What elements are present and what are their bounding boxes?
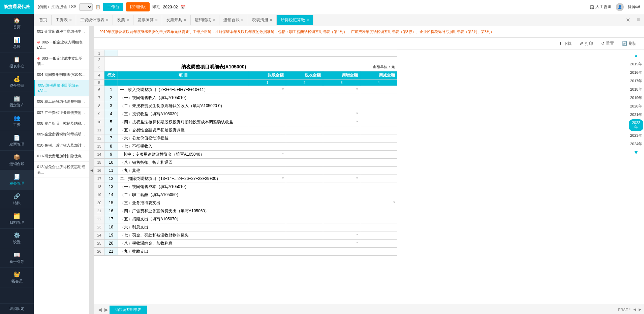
tab-payroll-stats-close[interactable]: ✕: [106, 18, 109, 22]
sheet-title: 纳税调整项目明细表(A105000): [104, 63, 323, 71]
left-panel-item-001[interactable]: 001-企业所得税年度纳税申...: [34, 26, 89, 37]
error-icon-002: ⊗: [37, 40, 40, 44]
unpin-label: 取消固定: [9, 307, 24, 311]
sidebar-item-member[interactable]: 👑 畅会员: [0, 268, 34, 287]
tab-menu[interactable]: ≡: [634, 17, 643, 23]
left-item-011-label: 011-研发费用加计扣除优惠...: [37, 154, 85, 158]
tab-invoice-label: 发票: [117, 17, 125, 23]
sidebar-item-close[interactable]: 🔗 结账: [0, 190, 34, 209]
download-button[interactable]: ⬇ 下载: [557, 40, 574, 48]
tab-home[interactable]: 首页: [35, 15, 52, 25]
left-panel-item-010[interactable]: 010-免税、减计收入及加计...: [34, 140, 89, 151]
tab-invoice-calc-close[interactable]: ✕: [155, 18, 158, 22]
sub-item: [118, 79, 249, 86]
sidebar-label-payroll: 工资: [13, 122, 21, 127]
year-2023[interactable]: 2023年: [630, 132, 643, 139]
reports-icon: 📋: [13, 56, 20, 63]
tab-income-tax-close[interactable]: ✕: [306, 18, 309, 22]
old-version-button[interactable]: 切到旧版: [126, 2, 150, 11]
tab-invoice-open[interactable]: 发票开具 ✕: [162, 15, 191, 25]
sidebar-item-sales[interactable]: 📦 进销台账: [0, 151, 34, 170]
tab-invoice-close[interactable]: ✕: [126, 18, 129, 22]
print-button[interactable]: 🖨 打印: [578, 40, 595, 48]
main-content: 2019年度涉及取以前年度继续数据的申报表单元格需要手工维护正确，才能保证本年及…: [94, 26, 644, 314]
left-panel-item-009[interactable]: 009-企业所得税弥补亏损明...: [34, 129, 89, 140]
calendar-icon[interactable]: 📅: [181, 5, 186, 9]
user-name[interactable]: 徐泽华: [628, 4, 640, 10]
tab-actions: ✕ ≡: [623, 17, 643, 23]
sidebar-item-home[interactable]: 🏠 首页: [0, 14, 34, 33]
tab-sales-ledger-close[interactable]: ✕: [241, 18, 244, 22]
left-panel-item-006[interactable]: 006-职工薪酬纳税调整明细...: [34, 96, 89, 107]
tab-close-all[interactable]: ✕: [623, 17, 633, 23]
sub-hang: [104, 79, 118, 86]
sidebar-item-tax[interactable]: 🧾 税务管理: [0, 170, 34, 190]
copy-icon: 📋: [95, 5, 100, 9]
sidebar-label-finance: 资金管理: [9, 83, 24, 88]
left-panel-item-002[interactable]: ⊗ 002-一般企业收入明细表(A1...: [34, 37, 89, 53]
left-panel-item-004[interactable]: 004-期间费用明细表(A1040...: [34, 69, 89, 80]
sidebar-item-ledger[interactable]: 📊 总账: [0, 33, 34, 53]
tab-sales-check[interactable]: 进销稽核 ✕: [191, 15, 219, 25]
sidebar-item-reports[interactable]: 📋 报表中心: [0, 53, 34, 72]
table-row: 23 18 （六）利息支出: [94, 223, 397, 231]
cell-title: [104, 56, 397, 63]
tab-tax-forms-close[interactable]: ✕: [270, 18, 272, 22]
year-2021[interactable]: 2021年: [630, 111, 643, 119]
sidebar-item-settings[interactable]: ⚙️ 设置: [0, 229, 34, 248]
bottom-tab-main[interactable]: 纳税调整明细表: [110, 306, 147, 314]
service-button[interactable]: 🎧 人工咨询: [589, 4, 612, 10]
year-2018[interactable]: 2018年: [630, 86, 643, 93]
tab-payroll[interactable]: 工资表 ✕: [52, 15, 76, 25]
tab-sales-ledger[interactable]: 进销台账 ✕: [219, 15, 248, 25]
left-panel-item-005[interactable]: 005-纳税调整项目明细表(A1...: [34, 80, 89, 96]
left-panel-item-003[interactable]: ⊗ 003-一般企业成本支出明细...: [34, 53, 89, 69]
collapse-button[interactable]: ◀: [89, 26, 94, 314]
sidebar-item-payroll[interactable]: 👥 工资: [0, 112, 34, 131]
sidebar-item-finance[interactable]: 💰 资金管理: [0, 72, 34, 92]
sidebar-label-archive: 归档管理: [9, 220, 24, 225]
tab-invoice-open-label: 发票开具: [166, 17, 182, 23]
year-up-button[interactable]: ▲: [632, 51, 640, 60]
reset-button[interactable]: ↺ 重置: [599, 40, 616, 48]
tab-sales-check-close[interactable]: ✕: [212, 18, 215, 22]
company-select[interactable]: [79, 3, 93, 11]
refresh-button[interactable]: 🔄 刷新: [620, 40, 639, 48]
workbench-button[interactable]: 工作台: [103, 3, 123, 11]
tab-invoice[interactable]: 发票 ✕: [113, 15, 133, 25]
tab-payroll-close[interactable]: ✕: [69, 18, 72, 22]
sidebar-item-assets[interactable]: 🏢 固定资产: [0, 92, 34, 112]
print-icon: 🖨: [580, 41, 584, 46]
year-2024[interactable]: 2024年: [630, 140, 643, 148]
sidebar-item-invoice[interactable]: 📄 发票管理: [0, 131, 34, 151]
year-2017[interactable]: 2017年: [630, 77, 643, 85]
left-panel-item-007[interactable]: 007-广告费和业务宣传费附...: [34, 107, 89, 118]
col-hang-header: 行次: [104, 71, 118, 79]
scroll-right-btn[interactable]: ▶: [639, 307, 641, 312]
table-container[interactable]: 1 2: [94, 50, 628, 305]
tab-payroll-stats[interactable]: 工资统计报表 ✕: [76, 15, 113, 25]
sidebar-label-ledger: 总账: [13, 44, 21, 49]
bottom-nav-left[interactable]: ◀: [97, 307, 103, 312]
tab-tax-forms[interactable]: 税表清册 ✕: [248, 15, 277, 25]
year-2022[interactable]: 2022年: [629, 119, 643, 131]
tab-invoice-calc[interactable]: 发票测算 ✕: [133, 15, 162, 25]
tab-invoice-open-close[interactable]: ✕: [184, 18, 186, 22]
left-panel-item-011[interactable]: 011-研发费用加计扣除优惠...: [34, 151, 89, 162]
scroll-left-btn[interactable]: ◀: [633, 307, 636, 312]
bottom-nav-right[interactable]: ▶: [103, 307, 110, 312]
sidebar-item-archive[interactable]: 🗂️ 归档管理: [0, 209, 34, 229]
year-2020[interactable]: 2020年: [630, 102, 643, 110]
year-2016[interactable]: 2016年: [630, 69, 643, 76]
table-row: 17 12 二、扣除类调整项目（13+14+...24+26+27+28+29+…: [94, 175, 397, 183]
year-down-button[interactable]: ▼: [632, 148, 640, 157]
tab-income-tax[interactable]: 所得税汇算缴 ✕: [277, 15, 313, 25]
year-2015[interactable]: 2015年: [630, 60, 643, 68]
sidebar-item-guide[interactable]: 📖 新手引导: [0, 248, 34, 268]
sidebar-footer-unpin[interactable]: 取消固定: [0, 303, 34, 314]
year-2019[interactable]: 2019年: [630, 94, 643, 102]
left-panel-item-008[interactable]: 008-资产折旧、摊销及纳税...: [34, 118, 89, 129]
sidebar-label-reports: 报表中心: [9, 64, 24, 69]
warning-text: 2019年度涉及取以前年度继续数据的申报表单元格需要手工维护正确，才能保证本年及…: [99, 30, 494, 34]
left-panel-item-012[interactable]: 012-减免企业所得税优惠明细表...: [34, 162, 89, 178]
